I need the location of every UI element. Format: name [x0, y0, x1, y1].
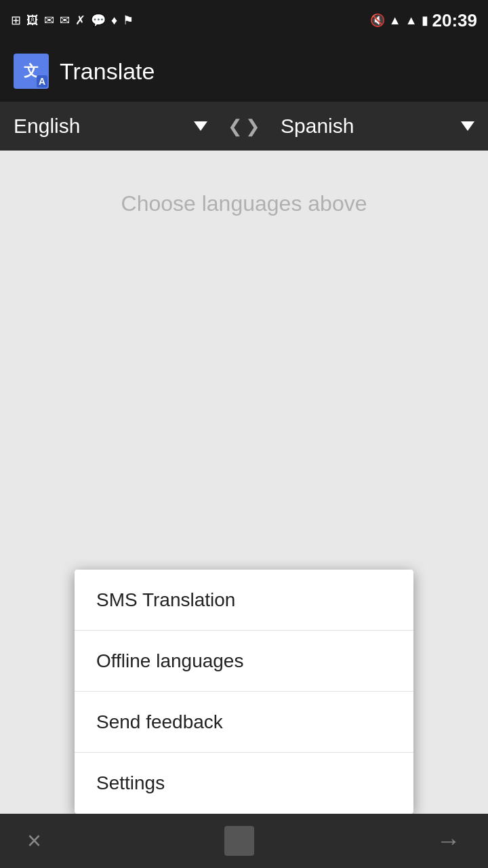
- status-time: 20:39: [432, 10, 478, 31]
- menu-item-send-feedback[interactable]: Send feedback: [75, 692, 413, 753]
- grid-icon: [224, 826, 254, 856]
- swap-left-chevron: ❮: [228, 116, 243, 137]
- status-bar: ⊞ 🖼 ✉ ✉ ✗ 💬 ♦ ⚑ 🔇 ▲ ▲ ▮ 20:39: [0, 0, 488, 41]
- menu-item-send-feedback-label: Send feedback: [96, 711, 223, 733]
- swap-right-chevron: ❯: [245, 116, 260, 137]
- add-icon: ⊞: [11, 14, 21, 26]
- menu-item-sms-translation-label: SMS Translation: [96, 589, 235, 611]
- language-swap-button[interactable]: ❮ ❯: [221, 116, 267, 137]
- bottom-action-bar: × →: [0, 814, 488, 868]
- signal-icon: ▲: [389, 14, 401, 26]
- source-lang-dropdown-arrow: [194, 121, 207, 131]
- flag-icon: ⚑: [123, 14, 134, 26]
- battery-icon: ▮: [422, 14, 428, 26]
- menu-item-sms-translation[interactable]: SMS Translation: [75, 570, 413, 631]
- target-language-selector[interactable]: Spanish: [267, 102, 488, 151]
- app-title: Translate: [60, 58, 155, 85]
- image-icon: 🖼: [26, 14, 39, 26]
- mail-icon: ✉: [44, 14, 54, 26]
- context-dropdown-menu: SMS Translation Offline languages Send f…: [75, 570, 413, 814]
- app-icon: 文 A: [14, 54, 49, 89]
- close-button[interactable]: ×: [27, 827, 41, 855]
- placeholder-label: Choose languages above: [121, 191, 367, 216]
- source-language-selector[interactable]: English: [0, 102, 221, 151]
- lang-selector-bar: English ❮ ❯ Spanish: [0, 102, 488, 151]
- close-icon: ✗: [75, 14, 85, 26]
- menu-item-settings-label: Settings: [96, 772, 165, 794]
- translate-a-icon: A: [37, 75, 47, 87]
- menu-item-offline-languages[interactable]: Offline languages: [75, 631, 413, 692]
- menu-item-offline-languages-label: Offline languages: [96, 650, 243, 672]
- target-language-label: Spanish: [281, 115, 354, 138]
- menu-item-settings[interactable]: Settings: [75, 753, 413, 814]
- steam-icon: ♦: [111, 14, 117, 26]
- status-icons-left: ⊞ 🖼 ✉ ✉ ✗ 💬 ♦ ⚑: [11, 14, 134, 26]
- app-toolbar: 文 A Translate: [0, 41, 488, 102]
- target-lang-dropdown-arrow: [461, 121, 474, 131]
- source-language-label: English: [14, 115, 80, 138]
- mail2-icon: ✉: [60, 14, 70, 26]
- signal2-icon: ▲: [405, 14, 418, 26]
- chat-icon: 💬: [91, 14, 106, 26]
- mute-icon: 🔇: [370, 14, 385, 26]
- status-icons-right: 🔇 ▲ ▲ ▮ 20:39: [370, 10, 477, 31]
- forward-button[interactable]: →: [436, 827, 461, 855]
